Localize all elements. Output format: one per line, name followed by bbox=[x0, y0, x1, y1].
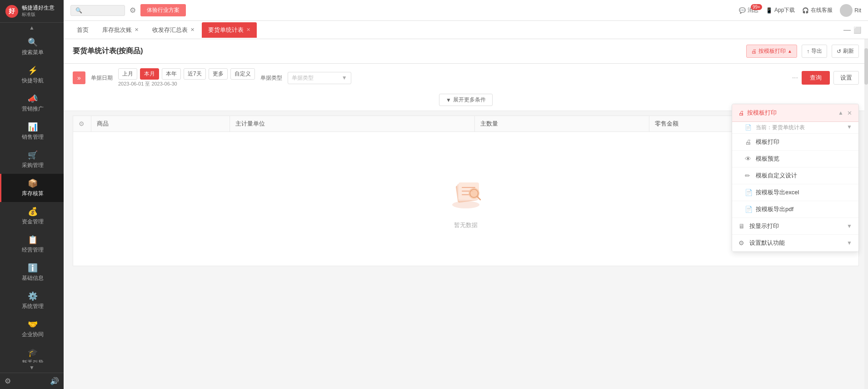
experience-btn[interactable]: 体验行业方案 bbox=[140, 4, 186, 16]
sidebar-item-label: 搜索菜单 bbox=[22, 49, 44, 56]
export-btn[interactable]: ↑ 导出 bbox=[802, 45, 827, 58]
dropdown-chevron-up[interactable]: ▲ bbox=[838, 110, 843, 116]
settings-bottom-icon[interactable]: ⚙ bbox=[5, 377, 11, 385]
tab-order-stats[interactable]: 要货单统计表 ✕ bbox=[202, 22, 257, 38]
dropdown-title: 按模板打印 bbox=[747, 109, 777, 117]
dropdown-item-template-pdf[interactable]: 📄 按模板导出pdf bbox=[732, 201, 858, 218]
system-icon: ⚙️ bbox=[28, 291, 38, 301]
more-options-icon[interactable]: ··· bbox=[792, 74, 798, 82]
last7days-btn[interactable]: 近7天 bbox=[184, 68, 206, 80]
template-pdf-icon: 📄 bbox=[745, 206, 752, 213]
query-btn[interactable]: 查询 bbox=[802, 71, 830, 85]
dropdown-item-template-design[interactable]: ✏ 模板自定义设计 bbox=[732, 167, 858, 184]
tab-close-order-stats[interactable]: ✕ bbox=[246, 27, 250, 33]
template-print-btn[interactable]: 🖨 按模板打印 ▲ bbox=[746, 45, 797, 58]
chevron-down-icon: ▼ bbox=[446, 97, 451, 103]
tab-maximize-icon[interactable]: ⬜ bbox=[853, 26, 861, 34]
sidebar-item-cooperation[interactable]: 🤝 企业协同 bbox=[0, 315, 64, 343]
date-container: 上月 本月 本年 近7天 更多 自定义 2023-06-01 至 2023-06… bbox=[118, 68, 255, 87]
dropdown-item-default-setting[interactable]: ⚙ 设置默认功能 ▼ bbox=[732, 235, 858, 252]
date-group: 上月 本月 本年 近7天 更多 自定义 bbox=[118, 68, 255, 80]
newbie-icon: 🎓 bbox=[28, 348, 38, 358]
tab-collection-summary[interactable]: 收发存汇总表 ✕ bbox=[146, 22, 201, 38]
sidebar-item-system[interactable]: ⚙️ 系统管理 bbox=[0, 287, 64, 315]
sidebar-item-marketing[interactable]: 📣 营销推广 bbox=[0, 89, 64, 117]
custom-btn[interactable]: 自定义 bbox=[230, 68, 255, 80]
expand-more-label: 展开更多条件 bbox=[453, 96, 486, 104]
doc-type-label: 单据类型 bbox=[260, 74, 282, 82]
dropdown-item-template-preview[interactable]: 👁 模板预览 bbox=[732, 151, 858, 167]
filter-row: » 单据日期 上月 本月 本年 近7天 更多 自定义 2023-06-01 至 … bbox=[73, 68, 859, 87]
sidebar-item-label: 经营管理 bbox=[22, 246, 44, 254]
dropdown-current-label: 📄 当前：要货单统计表 ▼ bbox=[732, 122, 858, 134]
scrollbar-track[interactable] bbox=[864, 39, 868, 389]
sidebar-item-label: 营销推广 bbox=[22, 105, 44, 113]
printer-icon: 🖨 bbox=[751, 48, 757, 55]
table-settings-header[interactable]: ⚙ bbox=[73, 116, 91, 132]
expand-more-btn[interactable]: ▼ 展开更多条件 bbox=[439, 94, 493, 106]
submenu-arrow-icon: ▼ bbox=[847, 223, 852, 229]
sidebar-item-search-menu[interactable]: 🔍 搜索菜单 bbox=[0, 33, 64, 61]
dropdown-item-template-print[interactable]: 🖨 模板打印 bbox=[732, 134, 858, 151]
sidebar-item-quick-nav[interactable]: ⚡ 快捷导航 bbox=[0, 61, 64, 89]
sidebar-scroll-down[interactable]: ▼ bbox=[0, 363, 64, 373]
filter-expand-btn[interactable]: » bbox=[73, 71, 85, 84]
topbar-right: 💬 消息 99+ 📱 App下载 🎧 在线客服 Rit bbox=[739, 4, 861, 17]
template-excel-icon: 📄 bbox=[745, 189, 752, 196]
tab-label: 要货单统计表 bbox=[208, 26, 244, 34]
this-month-btn[interactable]: 本月 bbox=[140, 68, 159, 80]
current-label-text: 当前：要货单统计表 bbox=[756, 124, 805, 131]
sidebar-item-sales[interactable]: 📊 销售管理 bbox=[0, 117, 64, 146]
app-download-item[interactable]: 📱 App下载 bbox=[766, 6, 795, 14]
sidebar-item-label: 系统管理 bbox=[22, 303, 44, 310]
more-btn[interactable]: 更多 bbox=[209, 68, 228, 80]
dropdown-header-right: ▲ ✕ bbox=[838, 110, 852, 116]
sidebar-item-inventory[interactable]: 📦 库存核算 bbox=[0, 174, 64, 202]
user-avatar-item[interactable]: Rit bbox=[840, 4, 861, 17]
dropdown-close-icon[interactable]: ✕ bbox=[847, 110, 852, 116]
sidebar-item-label: 基础信息 bbox=[22, 274, 44, 282]
message-item[interactable]: 💬 消息 99+ bbox=[739, 6, 758, 14]
template-print-item-label: 模板打印 bbox=[756, 138, 779, 146]
tab-minimize-icon[interactable]: — bbox=[843, 26, 851, 34]
volume-icon[interactable]: 🔊 bbox=[50, 377, 59, 385]
sidebar-item-basic[interactable]: ℹ️ 基础信息 bbox=[0, 258, 64, 287]
prev-month-btn[interactable]: 上月 bbox=[118, 68, 137, 80]
date-range: 2023-06-01 至 2023-06-30 bbox=[118, 81, 255, 87]
download-icon: 📱 bbox=[766, 7, 773, 14]
gear-icon[interactable]: ⚙ bbox=[130, 6, 136, 15]
sidebar-item-purchase[interactable]: 🛒 采购管理 bbox=[0, 146, 64, 174]
display-print-icon: 🖥 bbox=[738, 222, 746, 230]
sidebar-item-operation[interactable]: 📋 经营管理 bbox=[0, 230, 64, 258]
tab-inventory-batch[interactable]: 库存批次账 ✕ bbox=[96, 22, 145, 38]
template-print-label: 按模板打印 bbox=[758, 47, 786, 55]
sidebar-item-finance[interactable]: 💰 资金管理 bbox=[0, 202, 64, 230]
this-year-btn[interactable]: 本年 bbox=[162, 68, 181, 80]
tab-home[interactable]: 首页 bbox=[70, 22, 95, 38]
tabbar: 首页 库存批次账 ✕ 收发存汇总表 ✕ 要货单统计表 ✕ — ⬜ bbox=[64, 21, 868, 39]
cooperation-icon: 🤝 bbox=[28, 319, 38, 329]
doc-type-select[interactable]: 单据类型 ▼ bbox=[288, 72, 351, 84]
tab-close-collection-summary[interactable]: ✕ bbox=[190, 27, 195, 33]
setting-btn[interactable]: 设置 bbox=[833, 71, 859, 85]
tab-close-inventory-batch[interactable]: ✕ bbox=[135, 27, 139, 33]
message-badge: 99+ bbox=[751, 4, 762, 10]
default-setting-icon: ⚙ bbox=[738, 239, 746, 247]
current-label-arrow: ▼ bbox=[847, 124, 852, 130]
sales-icon: 📊 bbox=[28, 122, 38, 132]
refresh-btn[interactable]: ↺ 刷新 bbox=[832, 45, 859, 58]
dropdown-item-display-print[interactable]: 🖥 按显示打印 ▼ bbox=[732, 218, 858, 235]
dropdown-menu: 🖨 按模板打印 ▲ ✕ 📄 当前：要货单统计表 ▼ 🖨 模板打印 👁 模板预览 bbox=[732, 104, 859, 252]
sidebar-item-newbie[interactable]: 🎓 新手引导 bbox=[0, 343, 64, 363]
sidebar-scroll-up[interactable]: ▲ bbox=[0, 23, 64, 33]
basic-icon: ℹ️ bbox=[28, 263, 38, 273]
search-menu-icon: 🔍 bbox=[28, 37, 38, 47]
topbar-search[interactable]: 🔍 bbox=[70, 5, 125, 16]
topbar: 🔍 ⚙ 体验行业方案 💬 消息 99+ 📱 App下载 🎧 在线客服 Rit bbox=[64, 0, 868, 21]
display-print-label: 按显示打印 bbox=[749, 222, 779, 230]
dropdown-item-template-excel[interactable]: 📄 按模板导出excel bbox=[732, 184, 858, 201]
chevron-up-icon: ▲ bbox=[788, 49, 792, 54]
scrollbar-thumb[interactable] bbox=[864, 48, 868, 85]
table-settings-icon[interactable]: ⚙ bbox=[79, 120, 85, 127]
online-service-item[interactable]: 🎧 在线客服 bbox=[802, 6, 833, 14]
